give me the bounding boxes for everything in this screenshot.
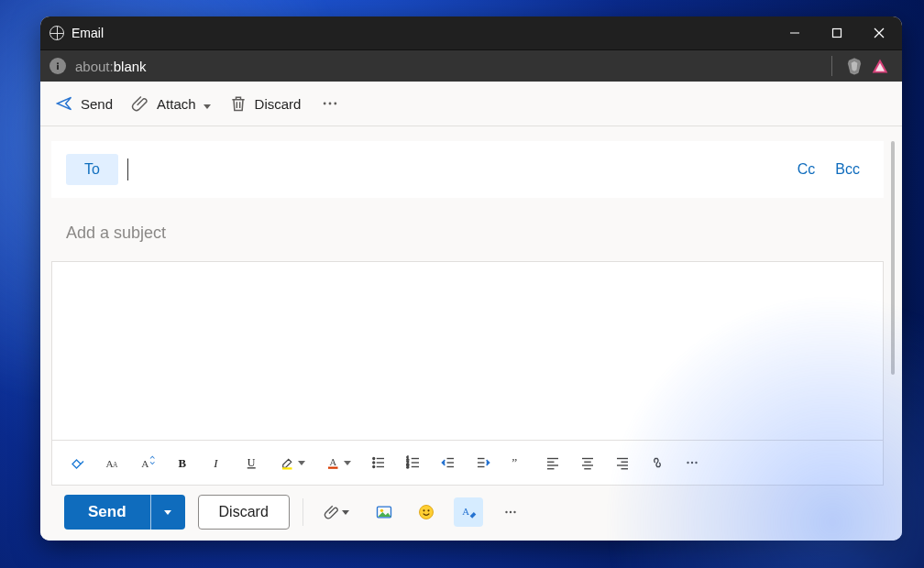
- discard-button-top[interactable]: Discard: [220, 89, 311, 118]
- to-button[interactable]: To: [66, 154, 118, 185]
- discard-label: Discard: [255, 96, 302, 112]
- separator: [302, 498, 303, 526]
- insert-link-button[interactable]: [641, 448, 674, 477]
- svg-text:3: 3: [407, 464, 410, 469]
- svg-point-62: [510, 511, 512, 513]
- discard-button-label: Discard: [219, 504, 269, 519]
- svg-text:”: ”: [512, 455, 517, 469]
- svg-point-59: [427, 509, 429, 511]
- underline-button[interactable]: U: [236, 448, 269, 477]
- chevron-down-icon: [164, 510, 171, 515]
- svg-point-52: [687, 462, 688, 464]
- compose-area: To Cc Bcc AA: [40, 126, 902, 541]
- svg-point-23: [373, 462, 375, 464]
- insert-emoji-button[interactable]: [412, 497, 441, 527]
- format-painter-button[interactable]: [61, 448, 94, 477]
- separator: [831, 56, 832, 76]
- chevron-down-icon: [342, 510, 349, 515]
- svg-point-57: [419, 506, 433, 519]
- window: Email about:blank: [40, 16, 902, 541]
- paperclip-icon: [131, 94, 149, 113]
- svg-point-25: [373, 466, 375, 468]
- attach-button[interactable]: Attach: [122, 89, 220, 118]
- scrollbar-thumb[interactable]: [891, 141, 895, 375]
- format-toolbar: AA A B I U: [51, 441, 884, 486]
- address-text[interactable]: about:blank: [75, 59, 147, 74]
- discard-button[interactable]: Discard: [198, 495, 290, 530]
- send-button-label: Send: [88, 503, 126, 521]
- svg-rect-17: [248, 467, 256, 468]
- svg-rect-1: [833, 29, 842, 38]
- font-color-button[interactable]: A: [316, 448, 360, 477]
- svg-point-61: [505, 511, 507, 513]
- svg-point-21: [373, 458, 375, 460]
- svg-text:A: A: [462, 506, 469, 517]
- svg-rect-5: [57, 65, 59, 70]
- top-toolbar: Send Attach Discard: [40, 82, 902, 126]
- maximize-button[interactable]: [816, 16, 858, 49]
- numbered-list-button[interactable]: 1 2 3: [397, 448, 430, 477]
- svg-text:U: U: [248, 456, 256, 469]
- svg-text:A: A: [141, 458, 149, 469]
- send-split-button: Send: [64, 495, 185, 530]
- align-right-button[interactable]: [606, 448, 639, 477]
- bold-button[interactable]: B: [166, 448, 199, 477]
- svg-point-54: [695, 462, 697, 464]
- svg-rect-20: [328, 467, 338, 469]
- brave-shield-icon[interactable]: [845, 57, 864, 75]
- quote-button[interactable]: ”: [501, 448, 534, 477]
- svg-point-4: [57, 62, 59, 64]
- svg-point-56: [380, 509, 383, 512]
- highlight-color-button[interactable]: [270, 448, 314, 477]
- message-body-editor[interactable]: [51, 261, 884, 441]
- svg-point-9: [329, 103, 332, 105]
- site-info-icon[interactable]: [50, 58, 66, 74]
- minimize-button[interactable]: [774, 16, 816, 49]
- scrollbar[interactable]: [889, 141, 897, 530]
- globe-icon: [50, 26, 64, 40]
- more-actions-button[interactable]: [310, 89, 350, 118]
- italic-button[interactable]: I: [201, 448, 234, 477]
- format-more-button[interactable]: [676, 448, 709, 477]
- svg-point-53: [691, 462, 693, 464]
- chevron-down-icon: [204, 96, 211, 112]
- more-icon: [321, 94, 339, 113]
- insert-picture-button[interactable]: [369, 497, 399, 527]
- extension-triangle-icon[interactable]: [871, 57, 889, 75]
- send-button[interactable]: Send: [64, 495, 150, 530]
- address-suffix: blank: [114, 59, 147, 74]
- decrease-indent-button[interactable]: [432, 448, 465, 477]
- to-input[interactable]: [127, 158, 783, 180]
- trash-icon: [229, 94, 248, 113]
- compose-card: To Cc Bcc AA: [51, 141, 884, 530]
- svg-rect-18: [282, 467, 292, 469]
- more-inline-button[interactable]: [496, 497, 525, 527]
- toggle-formatting-button[interactable]: A: [454, 497, 483, 527]
- font-button[interactable]: AA: [96, 448, 129, 477]
- chevron-down-icon: [298, 461, 305, 465]
- close-button[interactable]: [858, 16, 900, 49]
- increase-indent-button[interactable]: [467, 448, 500, 477]
- align-left-button[interactable]: [536, 448, 569, 477]
- send-options-button[interactable]: [150, 495, 185, 530]
- title-bar: Email: [40, 16, 902, 49]
- subject-row: [51, 220, 884, 261]
- svg-text:I: I: [213, 457, 218, 470]
- cc-button[interactable]: Cc: [792, 158, 821, 181]
- bottom-action-bar: Send Discard: [51, 486, 884, 530]
- svg-text:B: B: [179, 457, 187, 470]
- font-size-button[interactable]: A: [131, 448, 164, 477]
- send-icon: [55, 94, 73, 113]
- send-label: Send: [81, 96, 113, 112]
- align-center-button[interactable]: [571, 448, 604, 477]
- subject-input[interactable]: [66, 224, 869, 243]
- recipients-row: To Cc Bcc: [51, 141, 884, 198]
- svg-text:A: A: [113, 461, 118, 469]
- attach-inline-button[interactable]: [316, 497, 357, 527]
- attach-label: Attach: [157, 96, 196, 112]
- bullet-list-button[interactable]: [362, 448, 395, 477]
- svg-point-10: [335, 103, 337, 105]
- send-button-top[interactable]: Send: [46, 89, 122, 118]
- bcc-button[interactable]: Bcc: [830, 158, 865, 181]
- chevron-down-icon: [344, 461, 351, 465]
